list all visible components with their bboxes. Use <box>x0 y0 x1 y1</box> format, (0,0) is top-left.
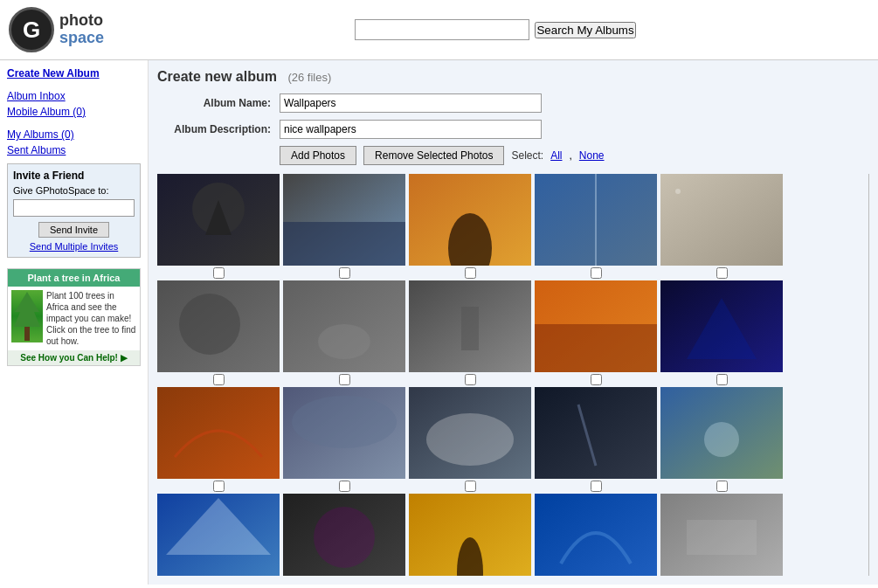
search-input[interactable] <box>355 19 529 40</box>
photo-select-checkbox[interactable] <box>465 481 476 492</box>
album-description-input[interactable] <box>280 120 542 139</box>
photo-row <box>157 280 868 385</box>
photo-thumbnail[interactable] <box>409 280 531 372</box>
photo-thumbnail[interactable] <box>660 280 783 372</box>
photo-thumbnail[interactable] <box>660 494 783 576</box>
mobile-album-link[interactable]: Mobile Album (0) <box>7 106 141 118</box>
select-label: Select: <box>511 149 543 162</box>
photo-cell <box>660 494 783 576</box>
photo-thumbnail[interactable] <box>660 174 783 266</box>
photo-cell <box>157 174 280 279</box>
photo-select-checkbox[interactable] <box>213 374 225 385</box>
photo-thumbnail[interactable] <box>409 174 531 266</box>
page-title: Create new album <box>157 69 277 84</box>
photo-thumbnail[interactable] <box>283 387 405 479</box>
photo-thumbnail[interactable] <box>535 280 657 372</box>
photo-row <box>157 494 868 576</box>
ad-footer-link[interactable]: See How you Can Help! ▶ <box>8 350 140 365</box>
remove-photos-button[interactable]: Remove Selected Photos <box>363 146 504 165</box>
invite-title: Invite a Friend <box>13 169 135 182</box>
select-comma: , <box>570 149 572 162</box>
send-invite-button[interactable]: Send Invite <box>38 222 109 238</box>
photo-row <box>157 387 868 492</box>
photo-thumbnail[interactable] <box>409 494 531 576</box>
ad-header: Plant a tree in Africa <box>8 269 140 287</box>
photo-thumbnail[interactable] <box>157 174 280 266</box>
album-description-row: Album Description: <box>157 120 869 139</box>
svg-point-16 <box>318 324 370 359</box>
header: G photo space Search My Albums <box>0 0 878 60</box>
album-inbox-link[interactable]: Album Inbox <box>7 90 141 102</box>
layout: Create New Album Album Inbox Mobile Albu… <box>0 60 878 585</box>
add-photos-button[interactable]: Add Photos <box>280 146 356 165</box>
photo-cell <box>535 494 657 576</box>
photo-select-checkbox[interactable] <box>213 267 225 279</box>
svg-rect-20 <box>535 324 657 372</box>
photo-cell <box>157 387 280 492</box>
photo-cell <box>409 174 531 279</box>
photo-select-checkbox[interactable] <box>716 481 728 492</box>
photo-select-checkbox[interactable] <box>716 374 728 385</box>
photo-thumbnail[interactable] <box>409 387 531 479</box>
svg-point-12 <box>675 189 681 194</box>
main-content: Create new album (26 files) Album Name: … <box>149 60 878 585</box>
photo-thumbnail[interactable] <box>660 387 783 479</box>
album-name-input[interactable] <box>280 93 542 113</box>
photo-thumbnail[interactable] <box>157 494 280 576</box>
photo-row <box>157 174 868 279</box>
svg-point-25 <box>292 396 397 448</box>
photo-select-checkbox[interactable] <box>591 267 602 279</box>
ad-body: Plant 100 trees in Africa and see the im… <box>8 287 140 350</box>
photo-select-checkbox[interactable] <box>716 267 728 279</box>
invite-box: Invite a Friend Give GPhotoSpace to: Sen… <box>7 163 141 258</box>
invite-input[interactable] <box>13 199 135 217</box>
photo-select-checkbox[interactable] <box>465 374 476 385</box>
ad-tree-image[interactable] <box>11 290 43 342</box>
send-multiple-link[interactable]: Send Multiple Invites <box>13 241 135 252</box>
photo-thumbnail[interactable] <box>283 174 405 266</box>
svg-rect-0 <box>24 325 30 341</box>
page-header: Create new album (26 files) <box>157 69 869 85</box>
photo-grid <box>157 174 868 576</box>
photo-select-checkbox[interactable] <box>591 374 602 385</box>
photo-thumbnail[interactable] <box>283 494 405 576</box>
photo-select-checkbox[interactable] <box>339 374 350 385</box>
photo-thumbnail[interactable] <box>535 494 657 576</box>
svg-marker-1 <box>14 292 40 327</box>
photo-select-checkbox[interactable] <box>339 481 350 492</box>
photo-thumbnail[interactable] <box>535 174 657 266</box>
svg-point-14 <box>179 294 240 355</box>
select-all-link[interactable]: All <box>550 149 562 162</box>
svg-rect-23 <box>157 387 280 479</box>
logo: G photo space <box>9 7 104 52</box>
photo-thumbnail[interactable] <box>157 280 280 372</box>
album-description-label: Album Description: <box>157 123 280 135</box>
file-count: (26 files) <box>287 71 331 84</box>
photo-thumbnail[interactable] <box>535 387 657 479</box>
photo-cell <box>535 174 657 279</box>
photo-thumbnail[interactable] <box>283 280 405 372</box>
invite-give-label: Give GPhotoSpace to: <box>13 185 135 196</box>
create-album-link[interactable]: Create New Album <box>7 67 141 80</box>
photo-select-checkbox[interactable] <box>213 481 225 492</box>
logo-text: photo space <box>59 12 104 47</box>
photo-thumbnail[interactable] <box>157 387 280 479</box>
select-none-link[interactable]: None <box>579 149 605 162</box>
photo-select-checkbox[interactable] <box>591 481 602 492</box>
sent-albums-link[interactable]: Sent Albums <box>7 144 141 156</box>
svg-rect-40 <box>687 520 757 555</box>
photo-cell <box>283 387 405 492</box>
photo-select-checkbox[interactable] <box>465 267 476 279</box>
photo-cell <box>660 280 783 385</box>
album-name-row: Album Name: <box>157 93 869 113</box>
photo-cell <box>535 280 657 385</box>
svg-point-27 <box>426 413 514 466</box>
my-albums-link[interactable]: My Albums (0) <box>7 128 141 141</box>
svg-rect-18 <box>461 307 479 350</box>
logo-space: space <box>59 30 104 47</box>
photo-cell <box>283 280 405 385</box>
logo-photo: photo <box>59 12 104 30</box>
search-button[interactable]: Search My Albums <box>535 22 635 38</box>
photo-cell <box>157 494 280 576</box>
photo-select-checkbox[interactable] <box>339 267 350 279</box>
